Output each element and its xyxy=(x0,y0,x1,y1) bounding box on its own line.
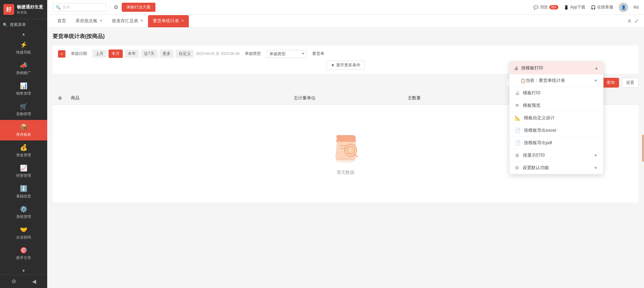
order-type-select[interactable]: 单据类型 xyxy=(266,50,307,58)
settings-button[interactable]: 设置 xyxy=(622,78,639,88)
right-scrollbar[interactable] xyxy=(642,135,644,162)
sidebar-item-inventory[interactable]: 📦 库存核算 xyxy=(0,120,47,140)
topbar-settings-icon[interactable]: ⚙ xyxy=(114,4,118,10)
table-col-settings[interactable]: ⚙ xyxy=(58,96,68,101)
sidebar-item-newbie[interactable]: 🎯 新手引导 xyxy=(0,243,47,264)
footer-settings-icon[interactable]: ⚙ xyxy=(11,278,16,285)
tab-receivable-summary-close[interactable]: ✕ xyxy=(140,19,143,23)
app-download-action[interactable]: 📱 App下载 xyxy=(564,4,585,10)
date-btn-last-7-days[interactable]: 近7天 xyxy=(141,50,157,58)
logo-icon: 好 xyxy=(3,4,14,15)
main-content: 🔍 搜索 ⚙ 体验行业方案 💬 消息 99+ 📱 App下载 🎧 在线客服 👤 … xyxy=(47,0,644,288)
sidebar-item-marketing[interactable]: 📣 营销推广 xyxy=(0,58,47,79)
business-label: 经营管理 xyxy=(16,173,31,178)
query-button[interactable]: 查询 xyxy=(602,78,619,88)
date-options: 上月 本月 本年 近7天 更多 自定义 2023-06-01 至 2023-06… xyxy=(92,50,239,58)
app-download-icon: 📱 xyxy=(564,5,569,10)
dropdown-display-print[interactable]: 🖥 按显示打印 ▼ xyxy=(509,149,603,162)
dropdown-current-icon: 📋 xyxy=(520,78,526,83)
tab-batch-account[interactable]: 库存批次账 ✕ xyxy=(71,15,107,27)
tab-requisition-stats[interactable]: 要货单统计表 ✕ xyxy=(148,15,189,27)
quick-nav-label: 快捷导航 xyxy=(16,50,31,55)
finance-icon: 💰 xyxy=(20,144,27,151)
dropdown-export-excel-icon: 📄 xyxy=(515,128,521,133)
dropdown-export-pdf-icon: 📄 xyxy=(515,140,521,146)
logo-text: 畅捷通好生意 标准版 xyxy=(17,4,43,14)
date-btn-current-year[interactable]: 本年 xyxy=(125,50,139,58)
topbar-search[interactable]: 🔍 搜索 xyxy=(53,3,107,11)
tab-maximize-button[interactable]: ⤢ xyxy=(634,18,639,24)
tab-requisition-stats-close[interactable]: ✕ xyxy=(181,19,184,23)
sidebar-item-finance[interactable]: 💰 资金管理 xyxy=(0,140,47,161)
dropdown-item-export-excel[interactable]: 📄 按模板导出excel xyxy=(509,124,603,137)
dropdown-header: 🖨 按模板打印 ▲ xyxy=(509,62,603,74)
tab-batch-account-label: 库存批次账 xyxy=(76,18,97,24)
finance-label: 资金管理 xyxy=(16,153,31,158)
tab-home[interactable]: 首页 xyxy=(53,15,71,27)
dropdown-print-icon: 🖨 xyxy=(514,66,519,71)
sidebar-nav: ⚡ 快捷导航 📣 营销推广 📊 销售管理 🛒 采购管理 📦 库存核算 💰 资金管… xyxy=(0,38,47,267)
username-label: Rit xyxy=(634,5,639,10)
date-btn-more[interactable]: 更多 xyxy=(159,50,174,58)
newbie-label: 新手引导 xyxy=(16,255,31,260)
topbar: 🔍 搜索 ⚙ 体验行业方案 💬 消息 99+ 📱 App下载 🎧 在线客服 👤 … xyxy=(47,0,644,15)
dropdown-set-default-label: 设置默认功能 xyxy=(523,165,549,171)
home-label: 首页 xyxy=(57,18,66,24)
expand-more-btn[interactable]: ▼ 展开更多条件 xyxy=(326,61,365,70)
dropdown-current-label: 当前：要货单统计表 xyxy=(526,77,565,84)
dropdown-current-template[interactable]: 📋 当前：要货单统计表 ▼ xyxy=(509,74,603,87)
tab-close-all-button[interactable]: ✕ xyxy=(627,18,632,24)
sidebar-item-business[interactable]: 📈 经营管理 xyxy=(0,161,47,182)
dropdown-template-print-label: 模板打印 xyxy=(523,90,540,96)
sidebar-item-sales[interactable]: 📊 销售管理 xyxy=(0,79,47,99)
sidebar-scroll-down[interactable]: ▼ xyxy=(0,267,47,275)
dropdown-item-template-preview[interactable]: 👁 模板预览 xyxy=(509,99,603,112)
date-btn-current-month[interactable]: 本月 xyxy=(109,50,123,58)
collab-icon: 🤝 xyxy=(20,226,27,233)
sales-icon: 📊 xyxy=(20,82,27,90)
message-action[interactable]: 💬 消息 99+ xyxy=(533,4,558,10)
dropdown-set-default-icon: ⚙ xyxy=(515,165,519,170)
sidebar-footer: ⚙ ◀ xyxy=(0,275,47,288)
quick-nav-icon: ⚡ xyxy=(20,41,27,49)
dropdown-item-template-print[interactable]: 🖨 模板打印 xyxy=(509,87,603,99)
tab-batch-account-close[interactable]: ✕ xyxy=(99,19,103,23)
sidebar-item-purchase[interactable]: 🛒 采购管理 xyxy=(0,99,47,120)
page-content: 要货单统计表(按商品) » 单据日期 上月 本月 本年 近7天 更多 自定义 2… xyxy=(47,28,644,288)
online-service-action[interactable]: 🎧 在线客服 xyxy=(591,4,613,10)
tab-requisition-stats-label: 要货单统计表 xyxy=(153,18,179,24)
app-badge: 标准版 xyxy=(17,10,43,14)
footer-hide-icon[interactable]: ◀ xyxy=(32,278,36,285)
industry-solution-button[interactable]: 体验行业方案 xyxy=(122,3,155,12)
app-download-label: App下载 xyxy=(570,4,585,10)
sidebar-logo: 好 畅捷通好生意 标准版 xyxy=(0,0,47,19)
sidebar-search-btn[interactable]: 🔍 搜索菜单 xyxy=(0,19,47,30)
inventory-icon: 📦 xyxy=(20,123,27,131)
date-btn-custom[interactable]: 自定义 xyxy=(176,50,194,58)
sidebar-item-appstore[interactable]: 🔲 应用中心 xyxy=(0,264,47,267)
sidebar-item-quick-nav[interactable]: ⚡ 快捷导航 xyxy=(0,38,47,58)
search-icon: 🔍 xyxy=(3,23,8,27)
sidebar: 好 畅捷通好生意 标准版 🔍 搜索菜单 ▲ ⚡ 快捷导航 📣 营销推广 📊 销售… xyxy=(0,0,47,288)
marketing-label: 营销推广 xyxy=(16,70,31,75)
sidebar-item-basic[interactable]: ℹ️ 基础信息 xyxy=(0,182,47,202)
dropdown-display-print-icon: 🖥 xyxy=(515,153,520,158)
page-title: 要货单统计表(按商品) xyxy=(53,33,639,40)
dropdown-close-chevron[interactable]: ▲ xyxy=(594,66,598,70)
require-goods-label: 要货单 xyxy=(312,51,324,57)
sidebar-item-system[interactable]: ⚙️ 系统管理 xyxy=(0,202,47,223)
query-btn-label: 查询 xyxy=(607,80,615,86)
dropdown-template-custom-label: 模板自定义设计 xyxy=(524,115,555,121)
dropdown-template-custom-icon: 📐 xyxy=(515,115,521,121)
filter-expand-icon[interactable]: » xyxy=(58,50,65,58)
sidebar-scroll-up[interactable]: ▲ xyxy=(0,30,47,38)
table-col-product-header: 商品 xyxy=(68,95,291,101)
dropdown-set-default[interactable]: ⚙ 设置默认功能 ▼ xyxy=(509,162,603,174)
tab-receivable-summary[interactable]: 收发存汇总表 ✕ xyxy=(107,15,148,27)
dropdown-item-export-pdf[interactable]: 📄 按模板导出pdf xyxy=(509,137,603,149)
user-avatar[interactable]: 👤 xyxy=(619,3,628,12)
sidebar-item-collab[interactable]: 🤝 企业协同 xyxy=(0,223,47,243)
date-btn-last-month[interactable]: 上月 xyxy=(92,50,107,58)
dropdown-item-template-custom[interactable]: 📐 模板自定义设计 xyxy=(509,112,603,124)
date-range-display: 2023-06-01 至 2023-06-30 xyxy=(196,51,240,56)
